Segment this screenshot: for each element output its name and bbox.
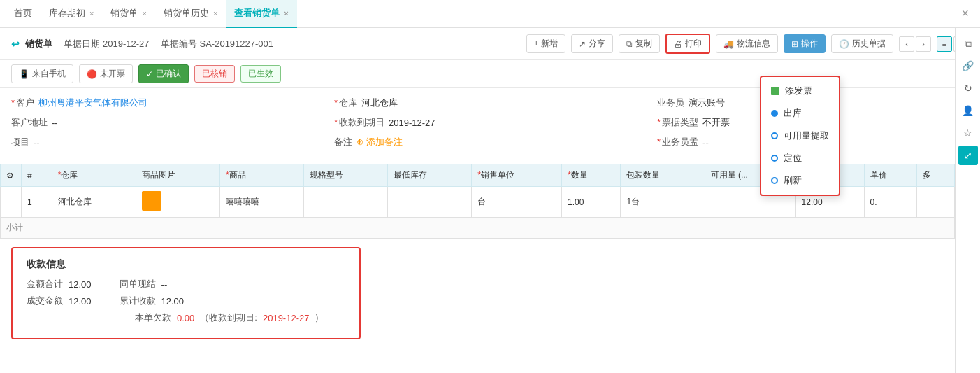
th-sales-unit: *销售单位 [472, 164, 562, 187]
td-spec [304, 187, 388, 218]
next-button[interactable]: › [916, 36, 931, 52]
prev-button[interactable]: ‹ [899, 36, 914, 52]
payment-owed-value: 0.00 [177, 313, 194, 323]
doc-date-group: 单据日期 2019-12-27 [64, 38, 150, 50]
refresh-item[interactable]: 刷新 [761, 169, 839, 192]
address-value: -- [52, 118, 58, 128]
available-qty-item[interactable]: 可用量提取 [761, 125, 839, 147]
tab-view-sales-close[interactable]: × [284, 9, 288, 17]
payment-cumulative-item: 累计收款 12.00 [120, 295, 185, 307]
share-button[interactable]: ↗ 分享 [571, 34, 613, 53]
salesperson2-label: 业务员孟 [657, 136, 698, 148]
td-min-stock [388, 187, 472, 218]
history-button[interactable]: 🕐 历史单据 [831, 34, 893, 53]
warehouse-label: 仓库 [334, 97, 357, 109]
ticket-type-label: 票据类型 [657, 116, 698, 129]
customer-value[interactable]: 柳州粤港平安气体有限公司 [38, 97, 147, 109]
doc-title-group: ↩ 销货单 [11, 38, 52, 50]
tab-sales-order[interactable]: 销货单 × [102, 0, 154, 28]
not-open-button[interactable]: 🔴 未开票 [79, 64, 133, 83]
copy-doc-icon: ⧉ [626, 39, 633, 49]
sidebar-link-button[interactable]: 🔗 [958, 56, 978, 76]
new-button[interactable]: + 新增 [526, 34, 565, 53]
tab-sales-order-close[interactable]: × [142, 9, 146, 17]
tab-inventory-init[interactable]: 库存期初 × [41, 0, 102, 28]
nav-arrows: ‹ › [899, 36, 931, 52]
payment-owed-label: 本单欠款 [135, 311, 171, 324]
doc-actions: + 新增 ↗ 分享 ⧉ 复制 🖨 打印 🚚 物流信息 ⊞ 操作 � [526, 34, 969, 54]
payment-row-1: 金额合计 12.00 同单现结 -- [27, 278, 345, 290]
th-min-stock: 最低库存 [388, 164, 472, 187]
sidebar-expand-button[interactable]: ⤢ [958, 146, 978, 165]
project-label: 项目 [11, 136, 29, 148]
confirm-button[interactable]: ✓ 已确认 [138, 64, 189, 83]
print-button[interactable]: 🖨 打印 [665, 34, 710, 54]
tab-sales-history[interactable]: 销货单历史 × [155, 0, 226, 28]
doc-meta: 单据日期 2019-12-27 单据编号 SA-20191227-001 [64, 38, 273, 50]
payment-date-field: 收款到期日 2019-12-27 [334, 116, 646, 129]
th-warehouse: *仓库 [52, 164, 136, 187]
payment-same-order-value: -- [161, 279, 168, 290]
payment-cumulative-label: 累计收款 [120, 295, 156, 307]
salesperson-label: 业务员 [657, 97, 684, 109]
doc-type-label: 销货单 [25, 38, 52, 50]
outbound-icon [771, 110, 778, 117]
sidebar-copy-button[interactable]: ⧉ [958, 34, 978, 53]
history-icon: 🕐 [839, 39, 849, 49]
sidebar-star-button[interactable]: ☆ [958, 123, 978, 143]
sidebar-user-button[interactable]: 👤 [958, 101, 978, 120]
salesperson-value: 演示账号 [689, 97, 725, 109]
td-no: 1 [22, 187, 52, 218]
sidebar-rotate-button[interactable]: ↻ [958, 78, 978, 98]
operations-button[interactable]: ⊞ 操作 [784, 34, 826, 53]
tab-inventory-init-close[interactable]: × [89, 9, 94, 17]
th-unit-price: 单价 [864, 164, 917, 187]
address-label: 客户地址 [11, 116, 48, 129]
td-warehouse: 河北仓库 [52, 187, 136, 218]
th-product: *商品 [219, 164, 303, 187]
doc-header: ↩ 销货单 单据日期 2019-12-27 单据编号 SA-20191227-0… [0, 28, 980, 60]
payment-section: 收款信息 金额合计 12.00 同单现结 -- 成交金额 12.00 累计收款 … [11, 247, 361, 339]
tab-sales-history-close[interactable]: × [213, 9, 217, 17]
copy-button[interactable]: ⧉ 复制 [619, 34, 660, 53]
td-gear [1, 187, 22, 218]
payment-transaction-label: 成交金额 [27, 295, 63, 307]
list-view-button[interactable]: ≡ [937, 36, 952, 52]
logistics-button[interactable]: 🚚 物流信息 [716, 34, 778, 53]
payment-same-order-item: 同单现结 -- [120, 278, 168, 290]
doc-date-value: 2019-12-27 [103, 38, 150, 49]
phone-icon: 📱 [19, 69, 29, 79]
payment-same-order-label: 同单现结 [120, 278, 156, 290]
product-image [142, 191, 161, 211]
ticket-icon: 🔴 [87, 69, 97, 79]
customer-label: 客户 [11, 97, 34, 109]
locate-item[interactable]: 定位 [761, 147, 839, 169]
outbound-item[interactable]: 出库 [761, 102, 839, 125]
truck-icon: 🚚 [723, 39, 734, 49]
th-no: # [22, 164, 52, 187]
add-note-button[interactable]: ⊕ 添加备注 [356, 136, 403, 148]
refresh-icon [771, 177, 778, 184]
salesperson2-value: -- [702, 137, 709, 148]
payment-row-2: 成交金额 12.00 累计收款 12.00 [27, 295, 345, 307]
ticket-type-value: 不开票 [702, 116, 730, 129]
td-unit-price: 0. [864, 187, 917, 218]
tab-view-sales[interactable]: 查看销货单 × [226, 0, 296, 28]
payment-owed-item: 本单欠款 0.00 （收款到期日: 2019-12-27 ） [135, 311, 324, 324]
payment-title: 收款信息 [27, 258, 345, 271]
doc-no-value: SA-20191227-001 [200, 38, 274, 49]
from-phone-button[interactable]: 📱 来自手机 [11, 64, 73, 83]
payment-owed-date: 2019-12-27 [263, 313, 310, 323]
grid-icon: ⊞ [791, 39, 798, 49]
window-close-button[interactable]: × [956, 6, 974, 21]
doc-date-label: 单据日期 [64, 38, 100, 50]
th-qty: *数量 [562, 164, 621, 187]
add-invoice-item[interactable]: 添发票 [761, 80, 839, 102]
th-more: 多 [917, 164, 955, 187]
subtotal-row: 小计 [1, 218, 955, 239]
tab-home[interactable]: 首页 [6, 0, 41, 28]
warehouse-field: 仓库 河北仓库 [334, 97, 646, 109]
payment-date-value: 2019-12-27 [389, 118, 435, 128]
share-icon: ↗ [579, 39, 586, 49]
payment-total-item: 金额合计 12.00 [27, 278, 92, 290]
